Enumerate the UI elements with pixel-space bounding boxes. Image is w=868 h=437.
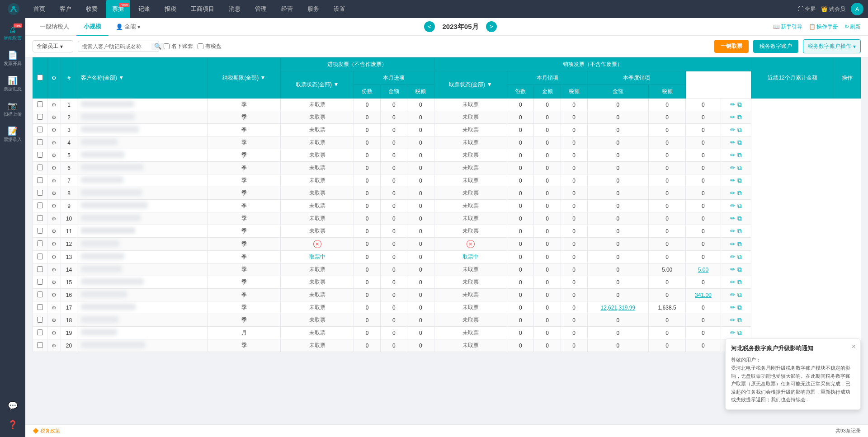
row-checkbox[interactable] [37,228,43,234]
copy-icon[interactable]: ⧉ [737,316,742,324]
row-checkbox[interactable] [37,164,43,170]
edit-icon[interactable]: ✏ [730,227,736,235]
copy-icon[interactable]: ⧉ [737,291,742,298]
edit-icon[interactable]: ✏ [730,151,736,159]
refresh-link[interactable]: ↻ 刷新 [844,23,861,31]
edit-icon[interactable]: ✏ [730,278,736,286]
select-all-checkbox[interactable] [37,75,43,80]
edit-icon[interactable]: ✏ [730,215,736,222]
copy-icon[interactable]: ⧉ [737,164,742,171]
row-settings-icon[interactable]: ⚙ [52,228,57,235]
row-checkbox[interactable] [37,114,43,120]
row-checkbox[interactable] [37,139,43,145]
nav-service[interactable]: 服务 [301,0,326,18]
th-out-status[interactable]: 取票状态(全部) ▼ [434,71,507,99]
nav-invoice[interactable]: 票据 new [106,0,130,18]
edit-icon[interactable]: ✏ [730,329,736,336]
row-settings-icon[interactable]: ⚙ [52,127,57,133]
row-checkbox[interactable] [37,177,43,183]
nav-settings[interactable]: 设置 [327,0,352,18]
edit-icon[interactable]: ✏ [730,291,736,298]
edit-icon[interactable]: ✏ [730,139,736,146]
edit-icon[interactable]: ✏ [730,113,736,121]
row-settings-icon[interactable]: ⚙ [52,330,57,336]
manual-link[interactable]: 📋 操作手册 [809,23,838,31]
edit-icon[interactable]: ✏ [730,202,736,209]
row-settings-icon[interactable]: ⚙ [52,102,57,108]
chat-icon[interactable]: 💬 [5,398,20,414]
copy-icon[interactable]: ⧉ [737,151,742,159]
row-checkbox[interactable] [37,127,43,132]
row-settings-icon[interactable]: ⚙ [52,305,57,311]
nav-tax[interactable]: 报税 [158,0,183,18]
period-next-button[interactable]: > [486,21,497,32]
search-button[interactable]: 🔍 [151,43,165,50]
edit-icon[interactable]: ✏ [730,177,736,184]
nav-message[interactable]: 消息 [222,0,247,18]
row-settings-icon[interactable]: ⚙ [52,254,57,260]
copy-icon[interactable]: ⧉ [737,215,742,222]
sidebar-item-entry[interactable]: 📝 票据录入 [1,122,24,146]
row-checkbox[interactable] [37,190,43,196]
th-in-status[interactable]: 取票状态(全部) ▼ [281,71,354,99]
row-settings-icon[interactable]: ⚙ [52,152,57,159]
nav-business2[interactable]: 经营 [275,0,299,18]
row-settings-icon[interactable]: ⚙ [52,114,57,121]
copy-icon[interactable]: ⧉ [737,101,742,108]
row-settings-icon[interactable]: ⚙ [52,178,57,184]
row-checkbox[interactable] [37,291,43,297]
copy-icon[interactable]: ⧉ [737,253,742,260]
edit-icon[interactable]: ✏ [730,266,736,273]
sidebar-item-smartticket[interactable]: new 🖨 智能取票 [1,22,24,45]
fullscreen-button[interactable]: ⛶全屏 [798,5,816,13]
copy-icon[interactable]: ⧉ [737,240,742,248]
row-checkbox[interactable] [37,254,43,259]
nav-manage[interactable]: 管理 [249,0,273,18]
sidebar-item-invoiceopen[interactable]: 📄 发票开具 [1,47,24,70]
tab-general[interactable]: 一般纳税人 [33,18,76,36]
tab-all[interactable]: 👤 全能 ▾ [108,18,148,36]
row-settings-icon[interactable]: ⚙ [52,343,57,349]
row-checkbox[interactable] [37,202,43,208]
row-settings-icon[interactable]: ⚙ [52,190,57,197]
row-settings-icon[interactable]: ⚙ [52,216,57,222]
row-settings-icon[interactable]: ⚙ [52,317,57,324]
user-avatar[interactable]: A [851,3,863,15]
copy-icon[interactable]: ⧉ [737,329,742,336]
sidebar-item-scan[interactable]: 📷 扫描上传 [1,97,24,121]
edit-icon[interactable]: ✏ [730,253,736,260]
one-click-button[interactable]: 一键取票 [714,40,749,53]
sidebar-item-summary[interactable]: 📊 票据汇总 [1,72,24,95]
edit-icon[interactable]: ✏ [730,240,736,248]
row-settings-icon[interactable]: ⚙ [52,292,57,298]
copy-icon[interactable]: ⧉ [737,266,742,273]
employee-select[interactable]: 全部员工 ▾ [33,40,73,52]
tax-policy-link[interactable]: 🔶 税务政策 [33,428,60,434]
checkbox-account[interactable]: 名下账套 [164,42,193,50]
row-settings-icon[interactable]: ⚙ [52,140,57,146]
nav-home[interactable]: 首页 [27,0,52,18]
edit-icon[interactable]: ✏ [730,126,736,133]
copy-icon[interactable]: ⧉ [737,227,742,235]
row-checkbox[interactable] [37,101,43,107]
nav-business[interactable]: 工商项目 [184,0,221,18]
help-icon[interactable]: ❓ [5,417,20,432]
row-checkbox[interactable] [37,266,43,272]
copy-icon[interactable]: ⧉ [737,139,742,146]
row-checkbox[interactable] [37,279,43,285]
period-prev-button[interactable]: < [424,21,435,32]
row-settings-icon[interactable]: ⚙ [52,241,57,247]
row-checkbox[interactable] [37,240,43,246]
guide-link[interactable]: 📖 新手引导 [773,23,802,31]
nav-customer[interactable]: 客户 [53,0,78,18]
notification-close-button[interactable]: × [852,343,856,351]
vip-button[interactable]: 👑购会员 [821,5,845,13]
th-name[interactable]: 客户名称(全部) ▼ [77,58,208,99]
edit-icon[interactable]: ✏ [730,164,736,171]
copy-icon[interactable]: ⧉ [737,189,742,197]
copy-icon[interactable]: ⧉ [737,113,742,121]
checkbox-account-input[interactable] [164,43,170,49]
row-checkbox[interactable] [37,317,43,323]
th-period[interactable]: 纳税期限(全部) ▼ [208,58,281,99]
copy-icon[interactable]: ⧉ [737,202,742,209]
